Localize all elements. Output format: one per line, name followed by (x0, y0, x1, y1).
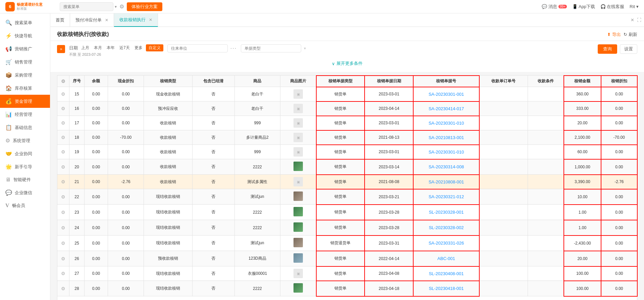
cell-settings[interactable]: ⚙ (57, 220, 69, 235)
cell-docno[interactable]: SL-20230328-001 (413, 205, 479, 220)
cell-settings[interactable]: ⚙ (57, 101, 69, 116)
cell-docno[interactable]: SL-20230408-001 (413, 266, 479, 281)
sidebar-item-hardware[interactable]: 🖥 智能硬件 (0, 173, 50, 186)
cell-docno[interactable]: SA-20210808-001 (413, 175, 479, 189)
query-button[interactable]: 查询 (598, 44, 617, 54)
cell-docno[interactable]: SA-20230301-010 (413, 145, 479, 159)
cell-docno[interactable]: SL-20230418-001 (413, 281, 479, 296)
cell-settings[interactable]: ⚙ (57, 87, 69, 101)
doc-no-link[interactable]: SA-20230301-010 (429, 121, 464, 126)
date-more-btn[interactable]: 更多 (133, 44, 144, 51)
cell-settings[interactable]: ⚙ (57, 281, 69, 296)
row-settings-icon[interactable]: ⚙ (61, 241, 65, 246)
tab-prepay-close-icon[interactable]: ✕ (105, 18, 108, 23)
col-header-settings[interactable]: ⚙ (57, 76, 69, 87)
cell-settings[interactable]: ⚙ (57, 251, 69, 266)
table-settings-icon[interactable]: ⚙ (61, 79, 65, 84)
cell-settings[interactable]: ⚙ (57, 235, 69, 251)
row-settings-icon[interactable]: ⚙ (61, 106, 65, 111)
row-settings-icon[interactable]: ⚙ (61, 210, 65, 215)
doc-no-link[interactable]: SL-20230418-001 (429, 286, 464, 291)
sidebar-item-operations[interactable]: 📊 经营管理 (0, 108, 50, 121)
doc-no-link[interactable]: SA-20210808-001 (429, 179, 464, 184)
sidebar-item-wechat[interactable]: 💬 企业微信 (0, 186, 50, 199)
cell-settings[interactable]: ⚙ (57, 145, 69, 159)
cell-settings[interactable]: ⚙ (57, 266, 69, 281)
sidebar-item-member[interactable]: V 畅会员 (0, 199, 50, 212)
row-settings-icon[interactable]: ⚙ (61, 164, 65, 170)
gear-icon[interactable]: ⚙ (119, 3, 124, 10)
tab-receipt-close-icon[interactable]: ✕ (149, 17, 152, 22)
refresh-button[interactable]: ↻ 刷新 (624, 32, 637, 38)
tab-receipt[interactable]: 收款核销执行 ✕ (114, 13, 158, 27)
sidebar-item-inventory[interactable]: 🏠 库存核算 (0, 82, 50, 95)
filter-expand-btn[interactable]: » (57, 45, 65, 53)
cell-settings[interactable]: ⚙ (57, 205, 69, 220)
doc-no-link[interactable]: SA-20210813-001 (429, 135, 464, 140)
cell-docno[interactable]: SA-20230314-008 (413, 159, 479, 175)
cell-docno[interactable]: SA-20210813-001 (413, 130, 479, 145)
user-area[interactable]: Rit ▾ (630, 4, 639, 9)
cell-docno[interactable]: SA-20230321-012 (413, 189, 479, 205)
doctype-dropdown-icon[interactable]: ▾ (304, 46, 306, 51)
cell-settings[interactable]: ⚙ (57, 175, 69, 189)
row-settings-icon[interactable]: ⚙ (61, 135, 65, 140)
doc-no-link[interactable]: SA-20230314-008 (429, 164, 464, 169)
doc-no-link[interactable]: SL-20230328-002 (429, 225, 464, 230)
row-settings-icon[interactable]: ⚙ (61, 194, 65, 200)
doc-no-link[interactable]: SA-20230301-001 (429, 92, 464, 97)
sidebar-item-marketing[interactable]: 📢 营销推广 (0, 42, 50, 55)
row-settings-icon[interactable]: ⚙ (61, 225, 65, 230)
sidebar-item-collab[interactable]: 🤝 企业协同 (0, 147, 50, 160)
doc-no-link[interactable]: SA-20230414-017 (429, 106, 464, 111)
tab-home[interactable]: 首页 (50, 13, 70, 27)
cell-docno[interactable]: ABC-001 (413, 251, 479, 266)
top-search-input[interactable] (60, 2, 113, 11)
doc-no-link[interactable]: SA-20230301-010 (429, 149, 464, 155)
doc-no-link[interactable]: ABC-001 (437, 256, 455, 261)
cell-docno[interactable]: SA-20230414-017 (413, 101, 479, 116)
row-settings-icon[interactable]: ⚙ (61, 91, 65, 97)
cell-settings[interactable]: ⚙ (57, 159, 69, 175)
window-maximize-icon[interactable]: ⛶ (637, 17, 641, 23)
sidebar-item-quicknav[interactable]: ⚡ 快捷导航 (0, 29, 50, 42)
date-custom-btn[interactable]: 自定义 (146, 44, 163, 51)
export-button[interactable]: ⬆ 导出 (607, 32, 621, 38)
cell-settings[interactable]: ⚙ (57, 130, 69, 145)
row-settings-icon[interactable]: ⚙ (61, 256, 65, 261)
sidebar-item-sales[interactable]: 🛒 销售管理 (0, 55, 50, 69)
partner-more-icon[interactable]: ··· (230, 45, 237, 51)
column-settings-button[interactable]: 设置 (620, 44, 637, 54)
sidebar-item-finance[interactable]: 💰 资金管理 (0, 95, 50, 108)
row-settings-icon[interactable]: ⚙ (61, 120, 65, 126)
doctype-input[interactable] (241, 44, 301, 52)
row-settings-icon[interactable]: ⚙ (61, 179, 65, 184)
app-download-link[interactable]: 📱 App下载 (572, 4, 595, 10)
window-minimize-icon[interactable]: ✕ (631, 17, 634, 23)
doc-no-link[interactable]: SA-20230321-012 (429, 194, 464, 199)
sidebar-item-system[interactable]: ⚙ 系统管理 (0, 134, 50, 147)
row-settings-icon[interactable]: ⚙ (61, 271, 65, 276)
sidebar-item-search[interactable]: 🔍 搜索菜单 (0, 16, 50, 29)
cell-docno[interactable]: SA-20230331-026 (413, 235, 479, 251)
message-area[interactable]: 💬 消息 99+ (542, 4, 567, 10)
doc-no-link[interactable]: SA-20230331-026 (429, 241, 464, 246)
table-container[interactable]: ⚙ 序号 余额 现金折扣 核销类型 包含已结清 商品 商品图片 核销单据类型 核… (50, 72, 644, 300)
date-7days-btn[interactable]: 近7天 (118, 44, 131, 51)
sidebar-item-purchase[interactable]: 📦 采购管理 (0, 69, 50, 82)
date-this-month-btn[interactable]: 本月 (93, 44, 103, 51)
partner-input[interactable] (167, 44, 228, 52)
date-last-month-btn[interactable]: 上月 (80, 44, 91, 51)
industry-solution-button[interactable]: 体验行业方案 (127, 2, 162, 11)
sidebar-item-basic[interactable]: 📋 基础信息 (0, 121, 50, 134)
online-service-link[interactable]: 🎧 在线客服 (600, 4, 624, 10)
date-this-year-btn[interactable]: 本年 (105, 44, 116, 51)
doc-no-link[interactable]: SL-20230328-001 (429, 210, 464, 215)
row-settings-icon[interactable]: ⚙ (61, 149, 65, 155)
doc-no-link[interactable]: SL-20230408-001 (429, 271, 464, 276)
expand-more-conditions-btn[interactable]: ∨ 展开更多条件 (57, 60, 637, 67)
cell-docno[interactable]: SL-20230328-002 (413, 220, 479, 235)
cell-settings[interactable]: ⚙ (57, 116, 69, 130)
cell-docno[interactable]: SA-20230301-010 (413, 116, 479, 130)
sidebar-item-guide[interactable]: 🌟 新手引导 (0, 160, 50, 173)
